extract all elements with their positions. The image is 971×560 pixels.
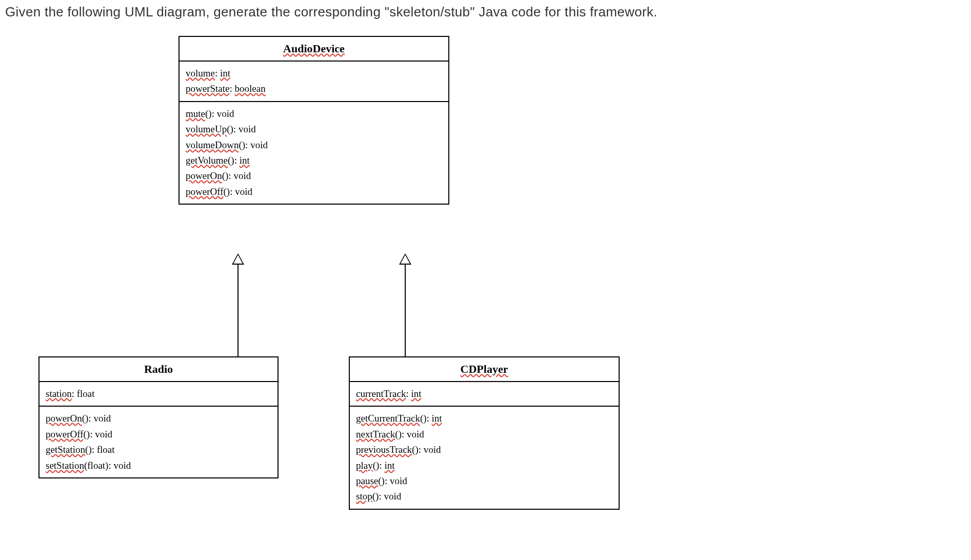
uml-diagram: AudioDevice volume: int powerState: bool… — [0, 0, 971, 560]
method-row: getVolume(): int — [186, 153, 442, 168]
method-row: nextTrack(): void — [356, 427, 612, 442]
uml-class-cdplayer: CDPlayer currentTrack: int getCurrentTra… — [349, 356, 620, 510]
attr-row: currentTrack: int — [356, 386, 612, 402]
method-row: mute(): void — [186, 106, 442, 122]
method-row: powerOn(): void — [46, 411, 271, 426]
inheritance-line — [405, 265, 406, 356]
method-row: getStation(): float — [46, 442, 271, 457]
method-row: powerOff(): void — [46, 427, 271, 442]
method-row: setStation(float): void — [46, 458, 271, 473]
method-row: getCurrentTrack(): int — [356, 411, 612, 426]
class-attrs-radio: station: float — [39, 382, 278, 407]
inheritance-arrowhead-icon — [399, 253, 411, 265]
class-title-audiodevice: AudioDevice — [180, 37, 448, 62]
attr-row: station: float — [46, 386, 271, 402]
class-methods-radio: powerOn(): void powerOff(): void getStat… — [39, 407, 278, 477]
method-row: stop(): void — [356, 489, 612, 504]
method-row: volumeDown(): void — [186, 137, 442, 153]
inheritance-arrowhead-icon — [232, 253, 244, 265]
method-row: powerOn(): void — [186, 168, 442, 184]
method-row: powerOff(): void — [186, 184, 442, 199]
class-title-radio: Radio — [39, 357, 278, 382]
class-title-cdplayer: CDPlayer — [350, 357, 619, 382]
attr-row: powerState: boolean — [186, 81, 442, 96]
method-row: previousTrack(): void — [356, 442, 612, 457]
method-row: play(): int — [356, 458, 612, 473]
uml-class-audiodevice: AudioDevice volume: int powerState: bool… — [179, 36, 449, 205]
class-methods-cdplayer: getCurrentTrack(): int nextTrack(): void… — [350, 407, 619, 508]
method-row: pause(): void — [356, 473, 612, 489]
class-attrs-audiodevice: volume: int powerState: boolean — [180, 62, 448, 102]
attr-row: volume: int — [186, 66, 442, 81]
inheritance-line — [237, 265, 239, 356]
class-methods-audiodevice: mute(): void volumeUp(): void volumeDown… — [180, 102, 448, 204]
class-attrs-cdplayer: currentTrack: int — [350, 382, 619, 407]
method-row: volumeUp(): void — [186, 122, 442, 137]
uml-class-radio: Radio station: float powerOn(): void pow… — [38, 356, 279, 478]
